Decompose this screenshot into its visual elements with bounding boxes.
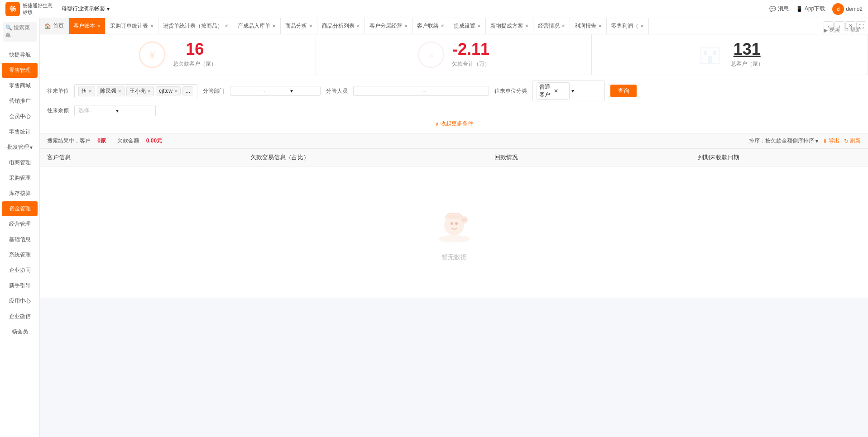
sidebar-item-ecommerce[interactable]: 电商管理 xyxy=(2,155,38,170)
tab-customer-book[interactable]: 客户账本 ✕ xyxy=(69,18,106,34)
result-bar: 搜索结果中，客户 0家 欠款金额 0.00元 排序：按欠款金额倒序排序 ▾ xyxy=(40,133,868,149)
yuan-circle-icon: ¥ xyxy=(139,41,166,68)
person-select[interactable]: ··· xyxy=(353,86,489,96)
sidebar-item-zero-retail[interactable]: 零售管理 xyxy=(2,63,38,78)
svg-point-10 xyxy=(451,222,453,225)
tab-close-icon[interactable]: ✕ xyxy=(225,24,228,28)
sidebar-item-zero-mall[interactable]: 零售商城 xyxy=(2,78,38,93)
page-content: ¥ 16 总欠款客户（家） ✕ xyxy=(40,34,868,437)
unit-class-select[interactable]: 普通客户 ✕ ▾ xyxy=(532,81,605,101)
tab-bar-inner: 🏠 首页 客户账本 ✕ 采购订单统计表 ✕ 进货单统计表（按商品） ✕ xyxy=(40,18,822,34)
query-button[interactable]: 查询 xyxy=(610,85,637,97)
tab-instock-stat[interactable]: 进货单统计表（按商品） ✕ xyxy=(158,18,233,34)
dept-label: 分管部门 xyxy=(203,87,225,95)
svg-text:✕: ✕ xyxy=(428,52,434,60)
unit-label: 往来单位 xyxy=(47,87,69,95)
unit-filter-input[interactable]: 伍 ✕ 陈民强 ✕ 王小亮 ✕ xyxy=(74,84,197,98)
svg-point-8 xyxy=(438,235,470,242)
chevron-down-icon: ▾ xyxy=(571,88,601,94)
sidebar-item-sys-mgmt[interactable]: 系统管理 xyxy=(2,247,38,262)
tab-close-icon[interactable]: ✕ xyxy=(309,24,312,28)
tab-profit-report[interactable]: 利润报告 ✕ xyxy=(570,18,607,34)
sort-select[interactable]: 排序：按欠款金额倒序排序 ▾ xyxy=(749,137,818,145)
tab-home[interactable]: 🏠 首页 xyxy=(40,18,69,34)
tag-close-btn[interactable]: ✕ xyxy=(88,89,92,94)
tab-close-icon[interactable]: ✕ xyxy=(477,24,481,28)
tab-ops-status[interactable]: 经营情况 ✕ xyxy=(533,18,570,34)
filter-tag-default: 伍 ✕ xyxy=(78,86,95,96)
tag-close-btn[interactable]: ✕ xyxy=(174,89,177,94)
collapse-btn[interactable]: ∧ 收起更多条件 xyxy=(435,120,473,128)
tab-close-icon[interactable]: ✕ xyxy=(561,24,565,28)
sidebar-item-purchase[interactable]: 采购管理 xyxy=(2,171,38,185)
svg-rect-7 xyxy=(708,56,712,64)
search-result-text: 搜索结果中，客户 0家 欠款金额 0.00元 xyxy=(47,138,168,144)
tab-retail-profit[interactable]: 零售利润（ ✕ xyxy=(607,18,649,34)
sidebar-item-batch-mgmt[interactable]: 批发管理 ▾ xyxy=(2,140,38,155)
sidebar-item-marketing[interactable]: 营销推广 xyxy=(2,94,38,109)
sidebar-item-member[interactable]: 会员中心 xyxy=(2,109,38,124)
message-btn[interactable]: 💬 消息 xyxy=(769,5,789,13)
sidebar-item-retail-stat[interactable]: 零售统计 xyxy=(2,124,38,139)
chevron-up-icon: ∧ xyxy=(435,121,439,127)
top-bar-left: 畅 畅捷通好生意 标版 母婴行业演示帐套 ▾ xyxy=(5,2,110,16)
sidebar-item-basic-info[interactable]: 基础信息 xyxy=(2,232,38,247)
tab-close-icon[interactable]: ✕ xyxy=(441,24,444,28)
logo-text: 畅捷通好生意 标版 xyxy=(23,2,53,15)
sidebar-item-app-center[interactable]: 应用中心 xyxy=(2,294,38,309)
tab-close-icon[interactable]: ✕ xyxy=(150,24,153,28)
user-menu[interactable]: d demo2 xyxy=(832,3,863,15)
tab-close-icon[interactable]: ✕ xyxy=(272,24,276,28)
app-download-btn[interactable]: 📱 App下载 xyxy=(796,5,825,13)
tag-close-btn[interactable]: ✕ xyxy=(118,89,121,94)
tab-product-analysis[interactable]: 商品分析 ✕ xyxy=(281,18,317,34)
search-menu-btn[interactable]: 🔍 搜索菜单 xyxy=(3,22,37,42)
svg-point-11 xyxy=(455,222,458,225)
sidebar-item-vip-member[interactable]: 畅会员 xyxy=(2,324,38,339)
sidebar-item-inventory[interactable]: 库存核算 xyxy=(2,186,38,201)
export-icon: ⬇ xyxy=(823,138,827,144)
tab-close-icon[interactable]: ✕ xyxy=(356,24,360,28)
tag-close-btn[interactable]: ✕ xyxy=(147,89,151,94)
svg-rect-5 xyxy=(704,51,707,55)
message-icon: 💬 xyxy=(769,6,776,12)
more-icon: ··· xyxy=(422,88,485,94)
export-btn[interactable]: ⬇ 导出 xyxy=(823,137,839,145)
tab-customer-contact[interactable]: 客户联络 ✕ xyxy=(412,18,449,34)
sidebar-item-capital[interactable]: 资金管理 xyxy=(2,201,38,216)
table-header: 客户信息 欠款交易信息（占比） 回款情况 到期未收款日期 xyxy=(40,149,868,166)
sidebar-item-enterprise[interactable]: 企业协同 xyxy=(2,263,38,278)
refresh-btn[interactable]: ↻ 刷新 xyxy=(844,137,861,145)
tab-product-analysis-list[interactable]: 商品分析列表 ✕ xyxy=(317,18,365,34)
tab-close-icon[interactable]: ✕ xyxy=(404,24,408,28)
filter-tag-more[interactable]: ... xyxy=(182,86,193,95)
refresh-icon: ↻ xyxy=(844,138,849,144)
col-header-repay: 回款情况 xyxy=(494,153,698,162)
dept-select[interactable]: ··· ▾ xyxy=(230,86,321,96)
stat-total-debt: ✕ -2.11 欠款合计（万） xyxy=(316,34,592,75)
stat-value-debt: -2.11 xyxy=(452,41,489,57)
sidebar: 🔍 搜索菜单 快捷导航 零售管理 零售商城 营销推广 会员中心 零售统计 批发管… xyxy=(0,18,40,437)
content-area: 🏠 首页 客户账本 ✕ 采购订单统计表 ✕ 进货单统计表（按商品） ✕ xyxy=(40,18,868,437)
collapse-row: ∧ 收起更多条件 xyxy=(47,120,861,128)
sidebar-item-quick-nav[interactable]: 快捷导航 xyxy=(2,48,38,62)
tab-customer-segment[interactable]: 客户分层经营 ✕ xyxy=(365,18,412,34)
sidebar-item-operations[interactable]: 经营管理 xyxy=(2,217,38,232)
tab-close-icon[interactable]: ✕ xyxy=(640,24,644,28)
tab-close-icon[interactable]: ✕ xyxy=(598,24,602,28)
tenant-selector[interactable]: 母婴行业演示帐套 ▾ xyxy=(62,5,110,13)
tab-product-instock[interactable]: 产成品入库单 ✕ xyxy=(233,18,281,34)
tab-raise-settings[interactable]: 提成设置 ✕ xyxy=(449,18,486,34)
stat-label-customers2: 总客户（家） xyxy=(731,60,763,68)
tab-new-raise-plan[interactable]: 新增提成方案 ✕ xyxy=(486,18,533,34)
sidebar-item-new-guide[interactable]: 新手引导 xyxy=(2,278,38,293)
tab-close-icon[interactable]: ✕ xyxy=(525,24,528,28)
tab-close-icon[interactable]: ✕ xyxy=(97,24,101,28)
tag-close-btn[interactable]: ✕ xyxy=(554,88,567,94)
tab-purchase-order-stat[interactable]: 采购订单统计表 ✕ xyxy=(106,18,158,34)
top-bar-right: 💬 消息 📱 App下载 d demo2 xyxy=(769,3,863,15)
filter-tag-wang: 王小亮 ✕ xyxy=(126,86,154,96)
person-label: 分管人员 xyxy=(326,87,348,95)
balance-select[interactable]: 选择... ▾ xyxy=(74,105,156,116)
sidebar-item-enterprise-wechat[interactable]: 企业微信 xyxy=(2,309,38,324)
